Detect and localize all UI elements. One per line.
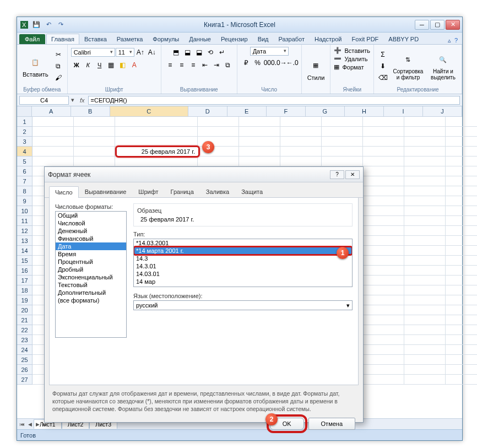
align-left-icon[interactable]: ≡ <box>165 60 176 71</box>
font-size-select[interactable]: 11 <box>116 48 134 57</box>
cell[interactable] <box>363 236 404 246</box>
cell[interactable] <box>446 345 477 355</box>
dialog-close-button[interactable]: ✕ <box>345 170 360 179</box>
cell[interactable] <box>446 325 477 335</box>
type-item[interactable]: 14 мар <box>134 278 352 285</box>
format-cells-button[interactable]: ▦ Формат <box>334 63 364 71</box>
dlg-tab-font[interactable]: Шрифт <box>132 186 164 197</box>
type-item[interactable]: 14.03.01 <box>134 270 352 278</box>
sort-filter-button[interactable]: ⇅ Сортировка и фильтр <box>391 51 426 82</box>
paste-button[interactable]: 📋 Вставить <box>20 53 51 79</box>
cell[interactable] <box>404 365 446 375</box>
cell[interactable] <box>280 117 322 127</box>
cell[interactable] <box>404 315 446 325</box>
cell[interactable] <box>363 186 404 196</box>
save-icon[interactable]: 💾 <box>31 20 41 30</box>
cell[interactable] <box>322 156 363 166</box>
comma-icon[interactable]: 000 <box>264 57 275 68</box>
row-27[interactable]: 27 <box>17 375 32 385</box>
cell[interactable] <box>198 156 239 166</box>
category-item[interactable]: Денежный <box>56 227 126 235</box>
merge-icon[interactable]: ⧉ <box>223 60 234 71</box>
tab-view[interactable]: Вид <box>253 34 274 44</box>
align-bottom-icon[interactable]: ⬓ <box>193 47 204 58</box>
selected-cell-c4[interactable]: 25 февраля 2017 г. <box>115 145 200 158</box>
row-6[interactable]: 6 <box>17 166 32 176</box>
cell[interactable] <box>446 226 477 236</box>
row-22[interactable]: 22 <box>17 325 32 335</box>
row-10[interactable]: 10 <box>17 206 32 216</box>
cell[interactable] <box>446 176 477 186</box>
wrap-text-icon[interactable]: ↵ <box>216 47 227 58</box>
redo-icon[interactable]: ↷ <box>56 20 66 30</box>
currency-icon[interactable]: ₽ <box>241 57 252 68</box>
increase-indent-icon[interactable]: ⇥ <box>211 60 222 71</box>
cell[interactable] <box>363 117 404 127</box>
cell[interactable] <box>74 127 115 137</box>
cell[interactable] <box>446 365 477 375</box>
cell[interactable] <box>446 256 477 266</box>
insert-cells-button[interactable]: ➕ Вставить <box>334 47 370 54</box>
percent-icon[interactable]: % <box>252 57 263 68</box>
cell[interactable] <box>363 345 404 355</box>
row-5[interactable]: 5 <box>17 156 32 166</box>
col-J[interactable]: J <box>423 106 462 116</box>
row-3[interactable]: 3 <box>17 137 32 147</box>
file-tab[interactable]: Файл <box>19 34 45 44</box>
border-icon[interactable]: ▦ <box>106 60 117 71</box>
cell[interactable] <box>404 117 446 127</box>
col-D[interactable]: D <box>188 106 227 116</box>
bold-icon[interactable]: Ж <box>71 60 82 71</box>
cell[interactable] <box>74 137 115 147</box>
close-button[interactable]: ✕ <box>446 20 460 30</box>
cell[interactable] <box>363 216 404 226</box>
cell[interactable] <box>363 375 404 385</box>
cell[interactable] <box>446 196 477 206</box>
cell[interactable] <box>404 196 446 206</box>
cell[interactable] <box>363 355 404 365</box>
cell[interactable] <box>404 335 446 345</box>
row-12[interactable]: 12 <box>17 226 32 236</box>
cell[interactable] <box>404 256 446 266</box>
cell[interactable] <box>404 266 446 276</box>
cell[interactable] <box>363 266 404 276</box>
category-item[interactable]: (все форматы) <box>56 296 126 304</box>
col-G[interactable]: G <box>306 106 345 116</box>
cell[interactable] <box>74 156 115 166</box>
language-select[interactable]: русский <box>133 300 353 310</box>
col-C[interactable]: C <box>110 106 188 116</box>
row-17[interactable]: 17 <box>17 276 32 285</box>
font-family-select[interactable]: Calibri <box>71 48 115 57</box>
decrease-decimal-icon[interactable]: ←.0 <box>287 57 298 68</box>
row-25[interactable]: 25 <box>17 355 32 365</box>
clear-icon[interactable]: ⌫ <box>377 72 388 83</box>
tab-insert[interactable]: Вставка <box>79 34 112 44</box>
cell[interactable] <box>404 216 446 226</box>
row-23[interactable]: 23 <box>17 335 32 345</box>
row-15[interactable]: 15 <box>17 256 32 266</box>
type-item[interactable]: 14.3 <box>134 255 352 262</box>
cell[interactable] <box>404 345 446 355</box>
cell[interactable] <box>363 137 404 147</box>
cell[interactable] <box>363 285 404 295</box>
row-4[interactable]: 4 <box>17 147 32 156</box>
category-item[interactable]: Дата <box>56 242 126 250</box>
cell[interactable] <box>363 305 404 315</box>
align-middle-icon[interactable]: ⬓ <box>182 47 193 58</box>
col-E[interactable]: E <box>227 106 267 116</box>
cell[interactable] <box>363 206 404 216</box>
type-item[interactable]: 14.3.01 <box>134 262 352 270</box>
cell[interactable] <box>404 355 446 365</box>
row-9[interactable]: 9 <box>17 196 32 206</box>
cell[interactable] <box>363 147 404 156</box>
cell[interactable] <box>115 127 198 137</box>
col-I[interactable]: I <box>384 106 423 116</box>
cell[interactable] <box>198 117 239 127</box>
maximize-button[interactable]: ▢ <box>430 20 445 30</box>
cell[interactable] <box>404 246 446 256</box>
decrease-font-icon[interactable]: A↓ <box>147 47 158 58</box>
cell[interactable] <box>115 156 198 166</box>
cell[interactable] <box>404 325 446 335</box>
font-color-icon[interactable]: A <box>129 60 140 71</box>
cell[interactable] <box>322 137 363 147</box>
